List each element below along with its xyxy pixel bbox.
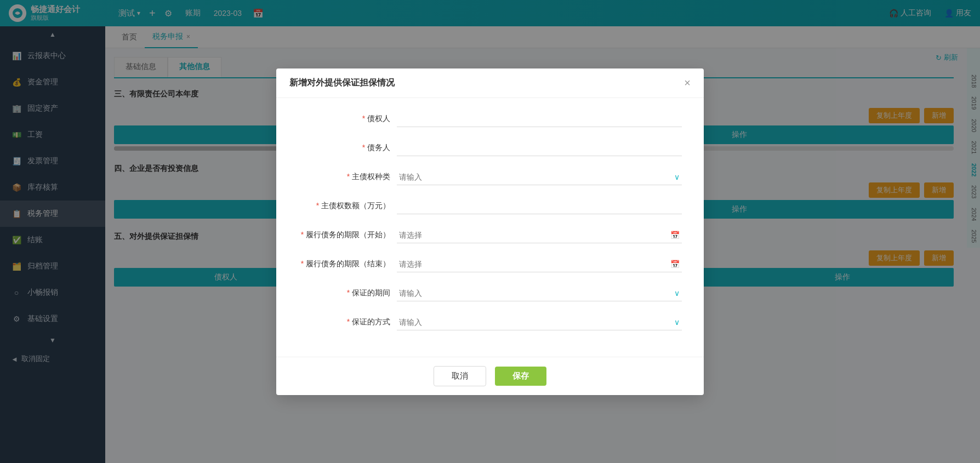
form-row-guarantee-method: * 保证的方式 ∨ [298,315,682,330]
period-end-input[interactable] [397,256,668,272]
guarantee-period-select-wrapper: ∨ [397,285,682,301]
cancel-button[interactable]: 取消 [434,366,486,386]
period-end-date-wrapper: 📅 [397,256,682,272]
debt-amount-input[interactable] [397,198,682,214]
form-row-guarantee-period: * 保证的期间 ∨ [298,285,682,301]
debt-type-label: * 主债权种类 [298,172,397,182]
save-button[interactable]: 保存 [495,367,546,386]
period-end-label: * 履行债务的期限（结束） [298,259,397,269]
creditor-input[interactable] [397,111,682,127]
period-start-date-wrapper: 📅 [397,227,682,243]
form-row-debt-amount: * 主债权数额（万元） [298,198,682,214]
guarantee-period-input[interactable] [397,285,672,301]
debt-type-select-wrapper: ∨ [397,169,682,185]
debt-type-input[interactable] [397,169,672,185]
guarantee-method-select-wrapper: ∨ [397,315,682,330]
creditor-label: * 债权人 [298,114,397,124]
form-row-period-end: * 履行债务的期限（结束） 📅 [298,256,682,272]
dialog-header: 新增对外提供保证担保情况 × [276,68,704,98]
guarantee-method-input[interactable] [397,315,672,330]
dialog: 新增对外提供保证担保情况 × * 债权人 * 债务人 [276,68,704,395]
guarantee-period-chevron-icon[interactable]: ∨ [672,289,682,298]
debt-amount-label: * 主债权数额（万元） [298,201,397,211]
guarantee-method-chevron-icon[interactable]: ∨ [672,318,682,327]
period-start-label: * 履行债务的期限（开始） [298,230,397,240]
period-start-calendar-icon[interactable]: 📅 [668,231,682,239]
form-row-creditor: * 债权人 [298,111,682,127]
period-start-input[interactable] [397,227,668,243]
period-end-calendar-icon[interactable]: 📅 [668,260,682,268]
dialog-overlay: 新增对外提供保证担保情况 × * 债权人 * 债务人 [0,0,980,463]
form-row-period-start: * 履行债务的期限（开始） 📅 [298,227,682,243]
debtor-input[interactable] [397,140,682,156]
debtor-label: * 债务人 [298,143,397,153]
debt-type-chevron-icon[interactable]: ∨ [672,173,682,181]
form-row-debtor: * 债务人 [298,140,682,156]
form-row-debt-type: * 主债权种类 ∨ [298,169,682,185]
dialog-body: * 债权人 * 债务人 * 主债权种类 [276,98,704,357]
guarantee-period-label: * 保证的期间 [298,288,397,298]
dialog-close-button[interactable]: × [684,77,691,88]
dialog-title: 新增对外提供保证担保情况 [289,77,395,89]
guarantee-method-label: * 保证的方式 [298,317,397,327]
dialog-footer: 取消 保存 [276,357,704,395]
